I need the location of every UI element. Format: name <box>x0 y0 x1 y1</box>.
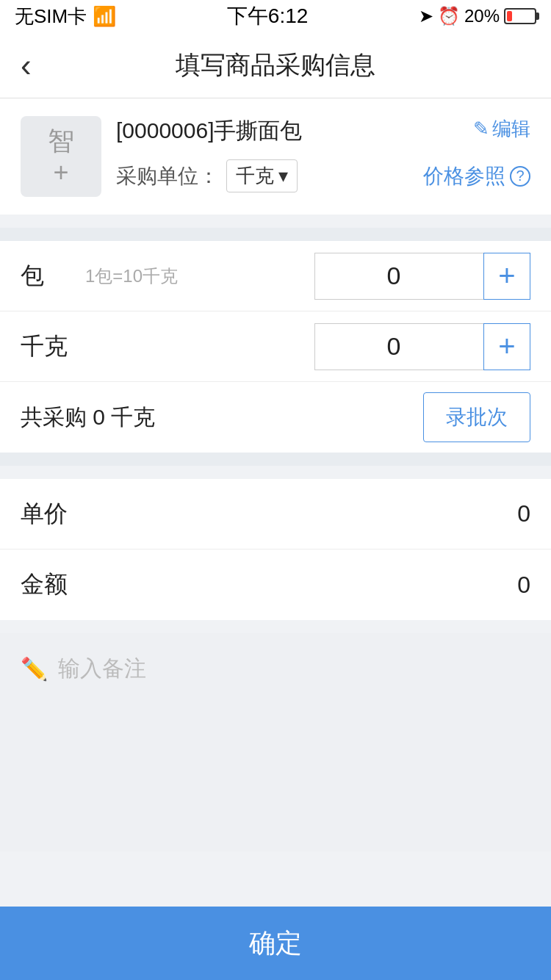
price-section: 单价 0 金额 0 <box>0 479 551 620</box>
status-right: ➤ ⏰ 20% <box>419 6 536 26</box>
pack-plus-button[interactable]: + <box>483 253 530 300</box>
input-section: 包 1包=10千克 + 千克 + <box>0 241 551 382</box>
amount-value: 0 <box>517 572 530 599</box>
total-label: 共采购 0 千克 <box>21 403 155 433</box>
unit-value: 千克 <box>236 163 274 189</box>
back-button[interactable]: ‹ <box>21 49 32 82</box>
unit-price-row: 单价 0 <box>0 479 551 550</box>
info-icon: ? <box>510 166 530 187</box>
kg-label: 千克 <box>21 331 79 363</box>
nav-bar: ‹ 填写商品采购信息 <box>0 32 551 98</box>
kg-input-right: + <box>314 323 530 370</box>
unit-select[interactable]: 千克 ▾ <box>226 159 298 192</box>
pack-quantity-input[interactable] <box>314 253 483 300</box>
battery-icon <box>504 8 536 24</box>
chevron-down-icon: ▾ <box>278 165 288 187</box>
product-header: [0000006]手撕面包 ✎ 编辑 <box>116 116 530 146</box>
confirm-button[interactable]: 确定 <box>0 907 551 980</box>
amount-label: 金额 <box>21 569 68 601</box>
alarm-icon: ⏰ <box>438 6 460 26</box>
kg-quantity-input[interactable] <box>314 323 483 370</box>
amount-row: 金额 0 <box>0 550 551 620</box>
edit-icon: ✎ <box>473 118 489 140</box>
status-bar: 无SIM卡 📶 下午6:12 ➤ ⏰ 20% <box>0 0 551 32</box>
wifi-icon: 📶 <box>93 5 116 28</box>
kg-plus-button[interactable]: + <box>483 323 530 370</box>
edit-button[interactable]: ✎ 编辑 <box>473 116 530 142</box>
kg-input-row: 千克 + <box>0 311 551 382</box>
pencil-icon: ✏️ <box>21 656 48 682</box>
pack-input-right: + <box>314 253 530 300</box>
product-unit-row: 采购单位： 千克 ▾ 价格参照 ? <box>116 159 530 192</box>
price-ref-label: 价格参照 <box>423 162 505 190</box>
product-section: 智 + [0000006]手撕面包 ✎ 编辑 采购单位： 千克 ▾ 价格参照 ? <box>0 98 551 215</box>
unit-price-label: 单价 <box>21 498 68 530</box>
product-logo: 智 + <box>48 125 74 188</box>
edit-label: 编辑 <box>492 116 530 142</box>
bottom-spacer <box>0 705 551 851</box>
divider-2 <box>0 453 551 466</box>
pack-label: 包 <box>21 260 79 292</box>
remark-section[interactable]: ✏️ 输入备注 <box>0 633 551 705</box>
divider-1 <box>0 228 551 241</box>
time-label: 下午6:12 <box>227 2 309 30</box>
price-ref-button[interactable]: 价格参照 ? <box>423 162 530 190</box>
product-image: 智 + <box>21 116 101 197</box>
product-name: [0000006]手撕面包 <box>116 116 302 146</box>
total-row: 共采购 0 千克 录批次 <box>0 382 551 453</box>
status-left: 无SIM卡 📶 <box>15 4 116 29</box>
unit-price-value: 0 <box>517 500 530 527</box>
carrier-label: 无SIM卡 <box>15 4 87 29</box>
location-icon: ➤ <box>419 6 433 26</box>
remark-placeholder: 输入备注 <box>58 654 146 684</box>
product-info: [0000006]手撕面包 ✎ 编辑 采购单位： 千克 ▾ 价格参照 ? <box>116 116 530 192</box>
unit-prefix-label: 采购单位： <box>116 162 219 190</box>
battery-percent: 20% <box>464 6 500 26</box>
batch-button[interactable]: 录批次 <box>423 392 530 442</box>
pack-sublabel: 1包=10千克 <box>85 264 314 288</box>
pack-input-row: 包 1包=10千克 + <box>0 241 551 311</box>
page-title: 填写商品采购信息 <box>176 48 375 82</box>
